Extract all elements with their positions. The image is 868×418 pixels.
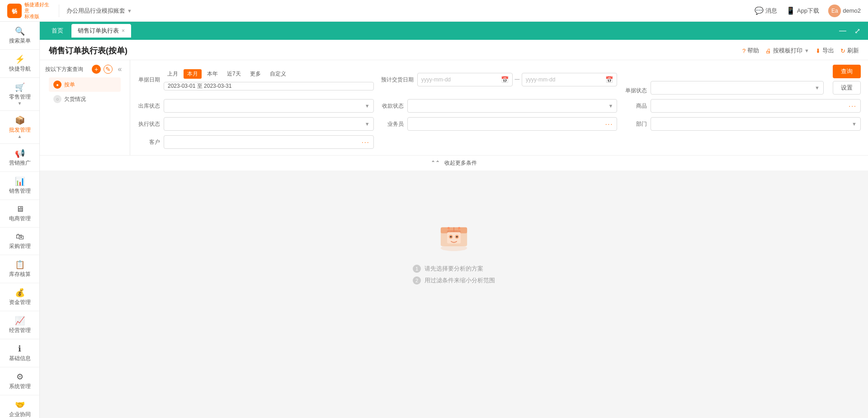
print-btn[interactable]: 🖨 按模板打印 ▼: [765, 47, 809, 55]
salesman-dots-icon: ···: [605, 120, 613, 128]
goods-dots-icon: ···: [849, 102, 857, 109]
minimize-btn[interactable]: —: [837, 25, 848, 36]
query-button[interactable]: 查询: [833, 65, 861, 78]
sidebar-item-search[interactable]: 🔍 搜索菜单: [0, 22, 39, 50]
sidebar-item-system[interactable]: ⚙ 系统管理: [0, 367, 39, 395]
svg-point-14: [448, 227, 450, 229]
purchase-icon: 🛍: [16, 232, 24, 242]
retail-icon: 🛒: [15, 82, 25, 92]
filter-delivery-field: 出库状态 ▼: [137, 99, 374, 113]
payment-select[interactable]: ▼: [407, 99, 618, 113]
date-last7-btn[interactable]: 近7天: [223, 69, 245, 79]
tab-sales-order[interactable]: 销售订单执行表 ×: [71, 24, 131, 38]
sidebar-item-enterprise[interactable]: 🤝 企业协同: [0, 395, 39, 418]
sidebar-item-operations[interactable]: 📈 经营管理: [0, 311, 39, 339]
sidebar-item-wholesale[interactable]: 📦 批发管理 ▲: [0, 111, 39, 144]
date-custom-btn[interactable]: 自定义: [266, 69, 290, 79]
tab-home[interactable]: 首页: [45, 24, 70, 38]
goods-picker[interactable]: ···: [651, 99, 861, 113]
filter-content: 按以下方案查询 + ✎ «: [40, 60, 868, 155]
calendar-icon[interactable]: 📅: [501, 76, 509, 83]
scheme-add-btn[interactable]: +: [92, 65, 101, 74]
message-btn[interactable]: 💬 消息: [755, 6, 777, 15]
expected-date-end[interactable]: yyyy-mm-dd 📅: [522, 73, 617, 86]
export-btn[interactable]: ⬇ 导出: [816, 47, 834, 55]
delivery-select[interactable]: ▼: [164, 99, 374, 113]
scheme-collapse-btn[interactable]: «: [115, 65, 124, 74]
marketing-icon: 📢: [15, 148, 25, 158]
sidebar-item-basic-info[interactable]: ℹ 基础信息: [0, 339, 39, 367]
sidebar-item-ecommerce[interactable]: 🖥 电商管理: [0, 200, 39, 228]
system-icon: ⚙: [16, 372, 24, 382]
quicknav-icon: ⚡: [15, 54, 25, 64]
refresh-icon: ↻: [840, 48, 845, 54]
tab-close-icon[interactable]: ×: [122, 28, 125, 34]
sidebar-item-finance[interactable]: 💰 资金管理: [0, 283, 39, 311]
settings-button[interactable]: 设置: [833, 81, 861, 95]
sidebar-item-label: 零售管理: [9, 93, 31, 101]
sidebar-item-retail[interactable]: 🛒 零售管理 ▼: [0, 78, 39, 111]
sidebar-item-sales[interactable]: 📊 销售管理: [0, 172, 39, 200]
sidebar-item-quicknav[interactable]: ⚡ 快捷导航: [0, 50, 39, 78]
export-icon: ⬇: [816, 48, 821, 54]
date-thisyear-btn[interactable]: 本年: [203, 69, 222, 79]
status-chevron-icon: ▼: [815, 85, 820, 90]
sidebar-item-label: 经营管理: [9, 327, 31, 334]
customer-picker[interactable]: ···: [164, 135, 374, 149]
export-label: 导出: [822, 47, 834, 55]
scheme-actions: + ✎ «: [92, 65, 124, 74]
delivery-chevron-icon: ▼: [365, 103, 370, 109]
tip2-num: 2: [413, 276, 421, 285]
tab-home-label: 首页: [52, 27, 63, 35]
app-download-btn[interactable]: 📱 App下载: [786, 6, 819, 15]
scheme-edit-btn[interactable]: ✎: [104, 65, 113, 74]
expected-date-start[interactable]: yyyy-mm-dd 📅: [417, 73, 513, 86]
chevron-up-icon: ▲: [18, 134, 22, 139]
app-download-label: App下载: [797, 7, 819, 15]
empty-illustration: [431, 210, 476, 256]
date-range-display[interactable]: 2023-03-01 至 2023-03-31: [164, 82, 374, 90]
scheme-item-shortage[interactable]: ○ 欠货情况: [49, 92, 121, 106]
sidebar-item-inventory[interactable]: 📋 库存核算: [0, 255, 39, 283]
dept-select[interactable]: ▼: [651, 117, 861, 131]
help-btn[interactable]: ? 帮助: [742, 47, 759, 55]
sales-icon: 📊: [15, 176, 25, 186]
avatar-text: Ea: [831, 8, 838, 14]
avatar: Ea: [828, 5, 841, 17]
date-more-btn[interactable]: 更多: [246, 69, 264, 79]
date-separator: 一: [514, 76, 520, 84]
sidebar-item-label: 基础信息: [9, 355, 31, 362]
user-area[interactable]: Ea demo2: [828, 5, 861, 17]
main-layout: 🔍 搜索菜单 ⚡ 快捷导航 🛒 零售管理 ▼ 📦 批发管理 ▲ 📢 营销推广 📊…: [0, 22, 868, 418]
refresh-btn[interactable]: ↻ 刷新: [840, 47, 859, 55]
date-lastmonth-btn[interactable]: 上月: [164, 69, 182, 79]
exec-select[interactable]: ▼: [164, 117, 374, 131]
date-thismonth-btn[interactable]: 本月: [184, 69, 202, 79]
expected-date-end-placeholder: yyyy-mm-dd: [526, 76, 555, 83]
sidebar-item-purchase[interactable]: 🛍 采购管理: [0, 228, 39, 255]
page-title: 销售订单执行表(按单): [49, 45, 127, 56]
print-arrow-icon: ▼: [804, 48, 809, 53]
maximize-btn[interactable]: ⤢: [852, 25, 863, 36]
date-quick-buttons: 上月 本月 本年 近7天 更多 自定义: [164, 69, 374, 79]
status-select[interactable]: ▼: [651, 81, 824, 95]
page-actions: ? 帮助 🖨 按模板打印 ▼ ⬇ 导出 ↻: [742, 47, 859, 55]
collapse-bar[interactable]: ⌃⌃ 收起更多条件: [40, 155, 868, 171]
sidebar-item-label: 系统管理: [9, 383, 31, 390]
filter-date-field: 单据日期 上月 本月 本年 近7天 更多 自定义: [137, 65, 374, 95]
header-left: 畅 畅捷通好生意 标准版 办公用品行业模拟账套 ▼: [7, 2, 132, 20]
collapse-label: 收起更多条件: [444, 160, 477, 166]
salesman-picker[interactable]: ···: [407, 117, 618, 131]
edit-icon: ✎: [105, 66, 111, 73]
sidebar-item-marketing[interactable]: 📢 营销推广: [0, 144, 39, 172]
scheme-item-order[interactable]: ● 按单: [49, 77, 121, 92]
sidebar-item-label: 快捷导航: [9, 65, 31, 73]
expected-date-start-placeholder: yyyy-mm-dd: [421, 76, 451, 83]
svg-text:畅: 畅: [12, 8, 17, 14]
finance-icon: 💰: [15, 288, 25, 298]
app-selector[interactable]: 办公用品行业模拟账套 ▼: [66, 7, 132, 15]
calendar-end-icon[interactable]: 📅: [605, 76, 613, 83]
delivery-label: 出库状态: [137, 102, 160, 110]
page-content: 销售订单执行表(按单) ? 帮助 🖨 按模板打印 ▼ ⬇: [40, 40, 868, 418]
sidebar-item-label: 库存核算: [9, 271, 31, 278]
